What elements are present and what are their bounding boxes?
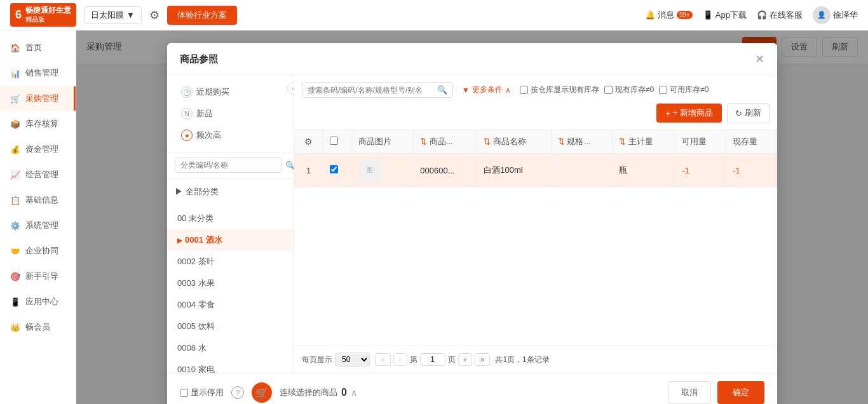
sidebar-item-apps[interactable]: 📱 应用中心 <box>0 290 76 314</box>
collapse-footer-button[interactable]: ∧ <box>351 387 357 398</box>
modal-backdrop: 商品参照 ✕ 🕐 近期购买 N <box>76 30 868 404</box>
category-item-beverage[interactable]: 0005 饮料 <box>167 316 294 337</box>
sidebar-item-inventory[interactable]: 📦 库存核算 <box>0 112 76 136</box>
warehouse-filter[interactable]: 按仓库显示现有库存 <box>520 84 599 95</box>
row-num: 1 <box>294 154 323 187</box>
more-filters-button[interactable]: ▼ 更多条件 ∧ <box>458 82 515 98</box>
all-categories: ▶ 全部分类 <box>167 178 294 205</box>
sidebar: 🏠 首页 📊 销售管理 🛒 采购管理 📦 库存核算 💰 资金管理 📈 经营管理 … <box>0 30 76 404</box>
available-checkbox[interactable] <box>604 86 613 94</box>
sidebar-label-purchase: 采购管理 <box>25 93 58 104</box>
mobile-icon: 📱 <box>703 10 713 20</box>
category-search-input[interactable] <box>175 158 281 173</box>
quick-filter-frequent[interactable]: ★ 频次高 <box>175 125 286 145</box>
store-selector[interactable]: 日太阳膜 ▼ <box>84 6 142 24</box>
modal-footer: 显示停用 ? 🛒 连续选择的商品 0 ∧ 取消 确定 <box>167 373 777 404</box>
sidebar-item-system[interactable]: ⚙️ 系统管理 <box>0 213 76 238</box>
last-page-button[interactable]: » <box>475 353 491 366</box>
column-settings-button[interactable]: ⚙ <box>301 135 316 148</box>
sidebar-item-guide[interactable]: 🎯 新手引导 <box>0 264 76 288</box>
online-service[interactable]: 🎧 在线客服 <box>757 10 803 21</box>
online-service-label: 在线客服 <box>770 10 803 21</box>
sidebar-label-sales: 销售管理 <box>25 67 58 79</box>
modal-title: 商品参照 <box>180 53 218 65</box>
category-item-tea[interactable]: 0002 茶叶 <box>167 251 294 273</box>
th-checkbox <box>323 130 352 154</box>
app-download[interactable]: 📱 App下载 <box>703 10 747 21</box>
sidebar-item-collab[interactable]: 🤝 企业协同 <box>0 239 76 263</box>
category-item-fruit[interactable]: 0003 水果 <box>167 273 294 294</box>
sidebar-label-system: 系统管理 <box>25 220 58 231</box>
quick-filter-new[interactable]: N 新品 <box>175 104 286 124</box>
usable-checkbox[interactable] <box>659 86 667 94</box>
category-item-appliance[interactable]: 0010 家电 <box>167 359 294 373</box>
sidebar-label-operations: 经营管理 <box>25 169 58 180</box>
quick-filter-recent[interactable]: 🕐 近期购买 <box>175 82 286 102</box>
username: 徐泽华 <box>833 10 858 21</box>
sidebar-item-home[interactable]: 🏠 首页 <box>0 36 76 60</box>
modal-close-button[interactable]: ✕ <box>755 52 764 66</box>
collab-icon: 🤝 <box>10 246 20 256</box>
confirm-button[interactable]: 确定 <box>717 381 764 404</box>
user-menu[interactable]: 👤 徐泽华 <box>813 6 858 24</box>
row-code: 000600... <box>414 154 477 187</box>
settings-button[interactable]: ⚙ <box>149 8 159 22</box>
next-page-button[interactable]: › <box>458 353 472 366</box>
sidebar-label-member: 畅会员 <box>25 321 50 333</box>
modal-toolbar: 🔍 ▼ 更多条件 ∧ 按仓库显示现有库存 <box>294 76 777 130</box>
page-number-input[interactable] <box>420 353 445 366</box>
category-item-uncategorized[interactable]: 00 未分类 <box>167 208 294 229</box>
warehouse-checkbox[interactable] <box>520 86 528 94</box>
category-label-0002: 0002 茶叶 <box>177 256 215 267</box>
page-size-label: 每页显示 <box>302 354 332 365</box>
available-filter[interactable]: 现有库存≠0 <box>604 84 654 95</box>
category-label-0008: 0008 水 <box>177 342 207 354</box>
cancel-button[interactable]: 取消 <box>668 381 711 404</box>
sidebar-item-sales[interactable]: 📊 销售管理 <box>0 61 76 85</box>
first-page-button[interactable]: « <box>375 353 391 366</box>
row-select-checkbox[interactable] <box>330 165 338 173</box>
sidebar-item-operations[interactable]: 📈 经营管理 <box>0 163 76 187</box>
table-row[interactable]: 1 图 000 <box>294 154 777 187</box>
product-search-input[interactable] <box>308 86 435 95</box>
category-item-liquor[interactable]: ▶ 0001 酒水 <box>167 229 294 251</box>
page-size-select[interactable]: 10 20 50 100 <box>335 353 370 367</box>
category-label-0010: 0010 家电 <box>177 364 215 373</box>
select-all-checkbox[interactable] <box>330 137 338 145</box>
refresh-button[interactable]: ↻ 刷新 <box>727 103 770 123</box>
sidebar-item-purchase[interactable]: 🛒 采购管理 <box>0 86 76 111</box>
app-download-label: App下载 <box>715 10 747 21</box>
sidebar-item-basic[interactable]: 📋 基础信息 <box>0 188 76 212</box>
all-categories-button[interactable]: ▶ 全部分类 <box>175 184 286 200</box>
sort-icon-name: ⇅ <box>484 137 491 146</box>
pagination-bar: 每页显示 10 20 50 100 « ‹ <box>294 346 777 373</box>
show-disabled-checkbox[interactable] <box>180 389 188 397</box>
continuous-select-info: 连续选择的商品 0 ∧ <box>280 387 357 398</box>
cart-button[interactable]: 🛒 <box>252 382 272 403</box>
th-available: 可用量 <box>675 130 726 154</box>
chevron-down-icon: ▼ <box>126 10 135 20</box>
sort-icon: ⇅ <box>420 137 427 146</box>
sidebar-item-member[interactable]: 👑 畅会员 <box>0 315 76 339</box>
all-categories-label: ▶ 全部分类 <box>175 186 219 198</box>
quick-filter-frequent-label: 频次高 <box>196 130 221 141</box>
refresh-label: 刷新 <box>745 107 761 119</box>
usable-filter[interactable]: 可用库存≠0 <box>659 84 709 95</box>
table-body: 1 图 000 <box>294 154 777 187</box>
modal-sidebar: 🕐 近期购买 N 新品 ★ 频次高 <box>167 76 294 373</box>
add-product-button[interactable]: + + 新增商品 <box>656 104 722 123</box>
top-nav: 6 畅捷通好生意 精品版 日太阳膜 ▼ ⚙ 体验行业方案 🔔 消息 99+ 📱 … <box>0 0 868 30</box>
help-button[interactable]: ? <box>231 386 244 399</box>
try-industry-button[interactable]: 体验行业方案 <box>167 6 237 25</box>
continuous-select-label: 连续选择的商品 <box>280 387 337 398</box>
category-item-water[interactable]: 0008 水 <box>167 337 294 359</box>
th-settings: ⚙ <box>294 130 323 154</box>
product-table: ⚙ 商品图片 <box>294 130 777 187</box>
show-disabled-option[interactable]: 显示停用 <box>180 387 224 398</box>
row-spec <box>551 154 612 187</box>
category-item-snack[interactable]: 0004 零食 <box>167 294 294 316</box>
sidebar-item-finance[interactable]: 💰 资金管理 <box>0 137 76 161</box>
prev-page-button[interactable]: ‹ <box>393 353 407 366</box>
notifications[interactable]: 🔔 消息 99+ <box>645 10 693 21</box>
category-label-0005: 0005 饮料 <box>177 321 215 332</box>
